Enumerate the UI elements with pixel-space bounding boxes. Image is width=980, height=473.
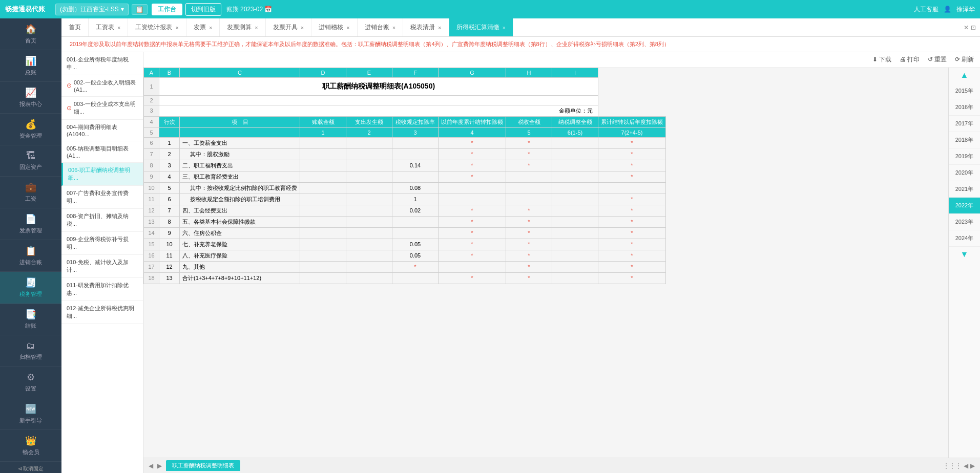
scroll-left-btn[interactable]: ▶ xyxy=(970,462,975,469)
table-row[interactable]: 15 10 七、补充养老保险 0.05 * * * xyxy=(144,239,666,250)
sub-menu-item-005[interactable]: 005-纳税调整项目明细表(A1... xyxy=(61,141,143,163)
sidebar-item-fixed-assets[interactable]: 🏗 固定资产 xyxy=(0,145,61,177)
sub-menu-item-004[interactable]: 004-期间费用明细表(A1040... xyxy=(61,120,143,141)
year-2015[interactable]: 2015年 xyxy=(949,83,980,99)
tab-tax-book[interactable]: 税表清册× xyxy=(403,18,449,36)
next-sheet-btn[interactable]: ▶ xyxy=(157,462,162,469)
print-icon: 🖨 xyxy=(900,56,906,63)
sub-menu-item-002[interactable]: ⊙ 002-一般企业收入明细表(A1... xyxy=(61,75,143,97)
tab-income-tax[interactable]: 所得税汇算清缴× xyxy=(449,18,513,36)
close-tab-payroll-report[interactable]: × xyxy=(175,25,178,31)
table-row[interactable]: 11 6 按税收规定全额扣除的职工培训费用 1 * xyxy=(144,193,666,205)
more-sheets-btn[interactable]: ⋮⋮⋮ xyxy=(943,462,962,469)
table-row[interactable]: 13 8 五、各类基本社会保障性缴款 * * * xyxy=(144,216,666,227)
tab-purchase-verify[interactable]: 进销稽核× xyxy=(311,18,357,36)
sidebar-item-label: 结账 xyxy=(25,322,36,330)
year-nav-up[interactable]: ▲ xyxy=(949,68,980,83)
table-row[interactable]: 12 7 四、工会经费支出 0.02 * * * xyxy=(144,205,666,216)
close-tab-invoice[interactable]: × xyxy=(209,25,212,31)
close-tab-tax-book[interactable]: × xyxy=(438,25,441,31)
table-row[interactable]: 18 13 合计(1+3+4+7+8+9+10+11+12) * * xyxy=(144,272,666,284)
toolbar: ⬇ 下载 🖨 打印 ↺ 重置 ⟳ 刷新 xyxy=(143,52,980,68)
table-row[interactable]: 8 3 二、职工福利费支出 0.14 * * * xyxy=(144,160,666,171)
table-row[interactable]: 14 9 六、住房公积金 * * * xyxy=(144,227,666,239)
close-tab-purchase-ledger[interactable]: × xyxy=(392,25,395,31)
year-2021[interactable]: 2021年 xyxy=(949,181,980,198)
download-button[interactable]: ⬇ 下载 xyxy=(872,55,891,64)
user-name[interactable]: 徐泽华 xyxy=(956,5,975,14)
old-version-button[interactable]: 切到旧版 xyxy=(185,3,221,16)
close-all-tabs-btn[interactable]: ✕ xyxy=(964,24,969,31)
sub-menu-item-012[interactable]: 012-减免企业所得税优惠明细... xyxy=(61,301,143,324)
sub-menu-item-003[interactable]: ⊙ 003-一般企业成本支出明细... xyxy=(61,97,143,120)
sidebar-item-closing[interactable]: 📑 结账 xyxy=(0,304,61,335)
print-button[interactable]: 🖨 打印 xyxy=(900,55,920,64)
tab-payroll-report[interactable]: 工资统计报表× xyxy=(128,18,186,36)
purchase-sales-icon: 📋 xyxy=(25,245,36,256)
sidebar-item-ledger[interactable]: 📊 总账 xyxy=(0,50,61,82)
close-tab-invoice-calc[interactable]: × xyxy=(255,25,258,31)
sidebar-item-payroll[interactable]: 💼 工资 xyxy=(0,177,61,208)
sub-menu-item-009[interactable]: 009-企业所得税弥补亏损明... xyxy=(61,232,143,255)
sidebar-item-report-center[interactable]: 📈 报表中心 xyxy=(0,82,61,114)
maximize-btn[interactable]: ⊡ xyxy=(971,24,976,31)
sidebar-item-guide[interactable]: 🆕 新手引导 xyxy=(0,398,61,430)
year-2016[interactable]: 2016年 xyxy=(949,99,980,116)
sidebar-item-purchase-sales[interactable]: 📋 进销台账 xyxy=(0,240,61,272)
sub-menu-item-006[interactable]: 006-职工薪酬纳税调整明细... xyxy=(61,163,143,186)
calendar-icon-btn[interactable]: 📋 xyxy=(132,4,148,15)
refresh-button[interactable]: ⟳ 刷新 xyxy=(955,55,974,64)
table-row[interactable]: 17 12 九、其他 * * * xyxy=(144,261,666,272)
close-tab-payroll[interactable]: × xyxy=(117,25,120,31)
close-tab-invoice-issue[interactable]: × xyxy=(301,25,304,31)
sub-menu-item-008[interactable]: 008-资产折旧、摊销及纳税... xyxy=(61,209,143,232)
sub-menu-item-001[interactable]: 001-企业所得税年度纳税申... xyxy=(61,52,143,75)
year-2020[interactable]: 2020年 xyxy=(949,165,980,181)
tab-purchase-ledger[interactable]: 进销台账× xyxy=(358,18,403,36)
assets-icon: 🏗 xyxy=(26,150,35,161)
col-header-H: H xyxy=(506,68,552,77)
table-row[interactable]: 16 11 八、补充医疗保险 0.05 * * * xyxy=(144,250,666,261)
year-2018[interactable]: 2018年 xyxy=(949,132,980,148)
sidebar-item-tax[interactable]: 🧾 税务管理 xyxy=(0,272,61,304)
sub-menu-item-010[interactable]: 010-免税、减计收入及加计... xyxy=(61,255,143,278)
work-tab-button[interactable]: 工作台 xyxy=(152,4,182,15)
close-tab-purchase-verify[interactable]: × xyxy=(346,25,349,31)
tab-invoice-issue[interactable]: 发票开具× xyxy=(266,18,311,36)
sub-menu-item-011[interactable]: 011-研发费用加计扣除优惠... xyxy=(61,278,143,301)
year-2019[interactable]: 2019年 xyxy=(949,148,980,165)
table-row[interactable]: 10 5 其中：按税收规定比例扣除的职工教育经费 0.08 xyxy=(144,182,666,193)
sheet-tab-active[interactable]: 职工薪酬纳税调整明细表 xyxy=(166,460,240,471)
header-book-amount: 账载金额 xyxy=(300,116,346,127)
table-row[interactable]: 7 2 其中：股权激励 * * * xyxy=(144,148,666,160)
archive-icon: 🗂 xyxy=(26,340,35,351)
sidebar-item-label: 归档管理 xyxy=(19,353,42,361)
table-row[interactable]: 6 1 一、工资薪金支出 * * * xyxy=(144,137,666,148)
tab-invoice[interactable]: 发票× xyxy=(186,18,220,36)
year-2017[interactable]: 2017年 xyxy=(949,116,980,132)
tab-home[interactable]: 首页 xyxy=(61,18,89,36)
close-tab-income-tax[interactable]: × xyxy=(503,25,506,31)
tab-payroll[interactable]: 工资表× xyxy=(89,18,128,36)
company-selector[interactable]: (勿删）江西睿宝-LSS ▾ xyxy=(55,4,129,15)
sidebar-item-archive[interactable]: 🗂 归档管理 xyxy=(0,335,61,367)
sidebar-item-membership[interactable]: 👑 畅会员 xyxy=(0,430,61,462)
sidebar-item-finance[interactable]: 💰 资金管理 xyxy=(0,114,61,145)
sidebar-item-invoice[interactable]: 📄 发票管理 xyxy=(0,208,61,240)
cancel-pin-btn[interactable]: ⊲ 取消固定 xyxy=(0,462,61,473)
year-nav-down[interactable]: ▼ xyxy=(949,247,980,262)
table-row[interactable]: 9 4 三、职工教育经费支出 * * xyxy=(144,171,666,182)
col-header-E: E xyxy=(346,68,392,77)
tab-invoice-calc[interactable]: 发票测算× xyxy=(220,18,265,36)
year-2024[interactable]: 2024年 xyxy=(949,230,980,247)
human-service-btn[interactable]: 人工客服 xyxy=(914,5,939,14)
scroll-right-btn[interactable]: ◀ xyxy=(964,462,968,469)
sub-menu-item-007[interactable]: 007-广告费和业务宣传费明... xyxy=(61,186,143,209)
sidebar-item-settings[interactable]: ⚙ 设置 xyxy=(0,367,61,398)
prev-sheet-btn[interactable]: ◀ xyxy=(149,462,153,469)
sidebar-item-home[interactable]: 🏠 首页 xyxy=(0,18,61,50)
reset-button[interactable]: ↺ 重置 xyxy=(928,55,947,64)
table-container[interactable]: A B C D E F G H I xyxy=(143,68,948,458)
year-2023[interactable]: 2023年 xyxy=(949,214,980,230)
year-2022[interactable]: 2022年 xyxy=(949,198,980,214)
